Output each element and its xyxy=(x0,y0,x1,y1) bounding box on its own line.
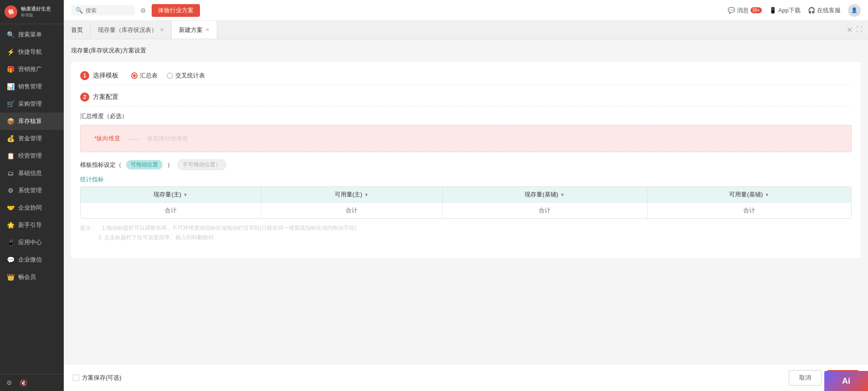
save-option[interactable]: 方案保存(可选) xyxy=(73,374,122,382)
stats-section-label: 统计指标 xyxy=(80,175,852,184)
trial-industry-button[interactable]: 体验行业方案 xyxy=(152,4,200,17)
sidebar-item-search-menu[interactable]: 🔍 搜索菜单 xyxy=(0,26,64,43)
sidebar-mute-icon[interactable]: 🔇 xyxy=(20,379,27,386)
radio-cross-circle xyxy=(167,72,173,79)
sidebar-item-label: 搜索菜单 xyxy=(18,31,42,39)
app-name-block: 畅康通好生意 标准版 xyxy=(21,5,51,18)
avatar-icon: 👤 xyxy=(851,7,858,13)
stats-table-wrapper: 统计指标 现存量(主) ▼ xyxy=(80,175,852,219)
app-logo-icon: 畅 xyxy=(5,5,17,18)
sidebar-item-operations[interactable]: 📋 经营管理 xyxy=(0,147,64,165)
app-download-button[interactable]: 📱 App下载 xyxy=(769,6,801,15)
topbar-right-area: 💬 消息 99+ 📱 App下载 🎧 在线客服 👤 xyxy=(728,4,861,17)
save-checkbox[interactable] xyxy=(73,375,79,381)
sidebar-item-app-center[interactable]: 📱 应用中心 xyxy=(0,234,64,251)
content-area: 现存量(库存状况表)方案设置 1 选择模板 汇总表 交叉统计表 xyxy=(64,39,868,364)
step1-num: 1 xyxy=(80,71,89,80)
sidebar-item-label: 企业微信 xyxy=(18,256,42,264)
topbar: 🔍 ⚙ 体验行业方案 💬 消息 99+ 📱 App下载 🎧 在线客服 👤 xyxy=(64,0,868,21)
tips-line2: 2. 点击标题栏下拉可设置排序、插入列和删除列 xyxy=(98,234,852,242)
system-icon: ⚙ xyxy=(6,187,15,194)
sidebar-nav: 🔍 搜索菜单 ⚡ 快捷导航 🎁 营销推广 📊 销售管理 🛒 采购管理 📦 库存核… xyxy=(0,24,64,374)
dimension-box[interactable]: *纵向维度 —— 请选择分组维度 xyxy=(80,125,852,152)
dimension-dash: —— xyxy=(128,135,139,142)
message-icon: 💬 xyxy=(728,7,735,14)
cell-1-1: 合计 xyxy=(81,203,261,219)
cell-1-4: 合计 xyxy=(647,203,851,219)
tab-home[interactable]: 首页 xyxy=(64,21,91,39)
sidebar-item-label: 销售管理 xyxy=(18,82,42,91)
topbar-search-box[interactable]: 🔍 xyxy=(71,5,135,15)
sidebar-item-quick-nav[interactable]: ⚡ 快捷导航 xyxy=(0,43,64,61)
sidebar-item-inventory[interactable]: 📦 库存核算 xyxy=(0,113,64,130)
indicator-settings-sep: ） xyxy=(167,161,173,169)
sidebar-item-corp-protocol[interactable]: 🤝 企业协同 xyxy=(0,199,64,216)
sidebar-item-label: 应用中心 xyxy=(18,238,42,247)
tab-new-plan-close[interactable]: ✕ xyxy=(205,27,209,33)
sidebar-item-finance[interactable]: 💰 资金管理 xyxy=(0,130,64,147)
page-title: 现存量(库存状况表)方案设置 xyxy=(71,47,146,54)
tab-inventory-status[interactable]: 现存量（库存状况表） ✕ xyxy=(91,21,172,39)
sidebar: 畅 畅康通好生意 标准版 🔍 搜索菜单 ⚡ 快捷导航 🎁 营销推广 📊 销售管理… xyxy=(0,0,64,391)
app-badge: 标准版 xyxy=(21,12,51,18)
sidebar-item-label: 采购管理 xyxy=(18,100,42,108)
sidebar-item-marketing[interactable]: 🎁 营销推广 xyxy=(0,61,64,78)
sidebar-item-sales[interactable]: 📊 销售管理 xyxy=(0,78,64,95)
step2-num: 2 xyxy=(80,93,89,102)
app-center-icon: 📱 xyxy=(6,239,15,246)
sidebar-logo: 畅 畅康通好生意 标准版 xyxy=(0,0,64,24)
basic-info-icon: 🗂 xyxy=(6,170,15,177)
radio-cross[interactable]: 交叉统计表 xyxy=(167,72,205,80)
col-header-3[interactable]: 现存量(基辅) ▼ xyxy=(442,187,647,203)
messages-badge: 99+ xyxy=(751,7,762,13)
search-input[interactable] xyxy=(86,7,122,14)
radio-summary-label: 汇总表 xyxy=(140,72,158,80)
col-header-4[interactable]: 可用量(基辅) ▼ xyxy=(647,187,851,203)
sidebar-item-label: 资金管理 xyxy=(18,134,42,143)
window-close-icon[interactable]: ✕ xyxy=(847,26,853,34)
col1-chevron: ▼ xyxy=(183,192,188,197)
sidebar-item-corp-wechat[interactable]: 💬 企业微信 xyxy=(0,251,64,268)
sidebar-item-label: 基础信息 xyxy=(18,169,42,177)
new-guide-icon: 🌟 xyxy=(6,221,15,229)
col-header-2[interactable]: 可用量(主) ▼ xyxy=(261,187,442,203)
sidebar-item-system[interactable]: ⚙ 系统管理 xyxy=(0,182,64,199)
sidebar-item-label: 系统管理 xyxy=(18,186,42,195)
online-service-button[interactable]: 🎧 在线客服 xyxy=(808,6,841,15)
stats-table-container: 现存量(主) ▼ 可用量(主) ▼ xyxy=(80,186,852,219)
sidebar-settings-icon[interactable]: ⚙ xyxy=(6,379,12,386)
step1-section: 1 选择模板 汇总表 交叉统计表 xyxy=(80,71,852,85)
indicator-chip-not-draggable: 不可拖动位置） xyxy=(178,159,226,170)
stats-table: 现存量(主) ▼ 可用量(主) ▼ xyxy=(81,187,851,218)
app-download-label: App下载 xyxy=(778,6,801,15)
operations-icon: 📋 xyxy=(6,152,15,159)
sidebar-item-new-guide[interactable]: 🌟 新手引导 xyxy=(0,216,64,234)
sales-icon: 📊 xyxy=(6,83,15,90)
template-radio-group: 汇总表 交叉统计表 xyxy=(131,72,205,80)
window-expand-icon[interactable]: ⛶ xyxy=(856,26,863,34)
col2-chevron: ▼ xyxy=(364,192,368,197)
sidebar-item-purchase[interactable]: 🛒 采购管理 xyxy=(0,95,64,113)
cell-1-3: 合计 xyxy=(442,203,647,219)
online-service-label: 在线客服 xyxy=(817,6,841,15)
col-header-1[interactable]: 现存量(主) ▼ xyxy=(81,187,261,203)
cancel-button[interactable]: 取消 xyxy=(789,370,822,386)
tabbar: 首页 现存量（库存状况表） ✕ 新建方案 ✕ ✕ ⛶ xyxy=(64,21,868,39)
messages-button[interactable]: 💬 消息 99+ xyxy=(728,6,762,15)
tab-inventory-close[interactable]: ✕ xyxy=(160,27,164,33)
sidebar-item-label: 营销推广 xyxy=(18,65,42,73)
sidebar-item-basic-info[interactable]: 🗂 基础信息 xyxy=(0,165,64,182)
topbar-gear-icon[interactable]: ⚙ xyxy=(140,7,146,14)
radio-summary[interactable]: 汇总表 xyxy=(131,72,158,80)
sidebar-item-label: 企业协同 xyxy=(18,204,42,212)
ai-fab-button[interactable]: Ai xyxy=(824,371,868,391)
search-menu-icon: 🔍 xyxy=(6,31,15,38)
inventory-icon: 📦 xyxy=(6,118,15,125)
tips-section: 提示： 1.拖动标题栏可以调整布局，不可跨维度或指标区域拖动栏目字段(只能在同一… xyxy=(80,224,852,242)
sidebar-item-vip[interactable]: 👑 畅会员 xyxy=(0,268,64,286)
settings-card: 1 选择模板 汇总表 交叉统计表 xyxy=(71,62,861,258)
tab-new-plan[interactable]: 新建方案 ✕ xyxy=(172,21,217,39)
user-avatar[interactable]: 👤 xyxy=(848,4,861,17)
sidebar-item-label: 库存核算 xyxy=(18,117,42,125)
corp-protocol-icon: 🤝 xyxy=(6,204,15,211)
